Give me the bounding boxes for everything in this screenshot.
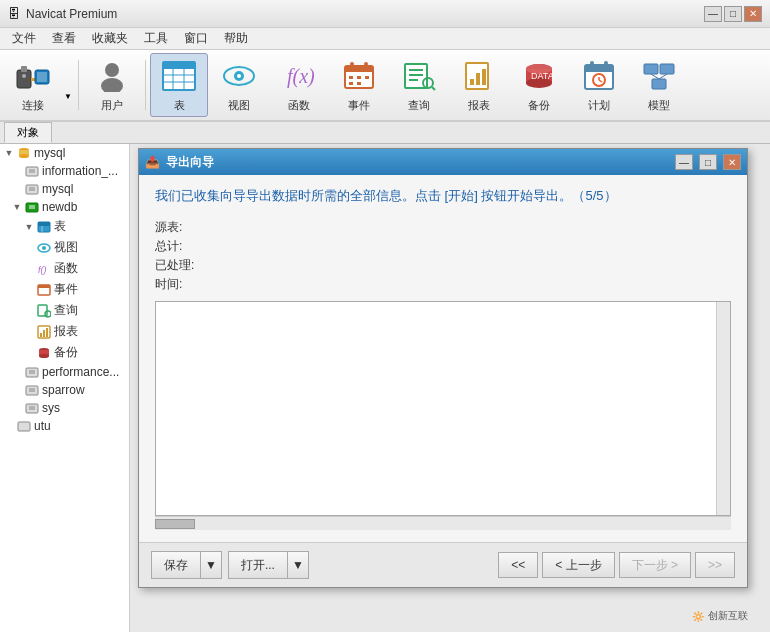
svg-rect-79 (46, 328, 48, 337)
app-close-btn[interactable]: ✕ (744, 6, 762, 22)
brand-text: 创新互联 (708, 609, 748, 623)
menu-file[interactable]: 文件 (4, 28, 44, 49)
newdb-label: newdb (42, 200, 77, 214)
svg-line-32 (432, 87, 435, 90)
horizontal-scrollbar[interactable] (155, 516, 731, 530)
backup-group-icon (37, 346, 51, 360)
title-bar: 🗄 Navicat Premium — □ ✕ (0, 0, 770, 28)
toolbar-connect-btn[interactable]: 连接 (4, 53, 62, 117)
menu-window[interactable]: 窗口 (176, 28, 216, 49)
app-maximize-btn[interactable]: □ (724, 6, 742, 22)
open-dropdown-btn[interactable]: ▼ (288, 552, 308, 578)
svg-point-56 (19, 154, 29, 158)
svg-rect-77 (40, 333, 42, 337)
time-label: 时间: (155, 276, 205, 293)
brand-icon: 🔆 (692, 611, 704, 622)
toolbar-schedule-btn[interactable]: 计划 (570, 53, 628, 117)
sidebar-item-newdb-view[interactable]: 视图 (0, 237, 129, 258)
sidebar-item-newdb[interactable]: ▼ newdb (0, 198, 129, 216)
toolbar-model-btn[interactable]: 模型 (630, 53, 688, 117)
sidebar-item-newdb-table[interactable]: ▼ 表 (0, 216, 129, 237)
model-label: 模型 (648, 98, 670, 113)
mysql-arrow: ▼ (4, 148, 14, 158)
menu-favorites[interactable]: 收藏夹 (84, 28, 136, 49)
svg-rect-0 (17, 70, 31, 88)
svg-text:f(): f() (38, 265, 47, 275)
svg-point-70 (42, 246, 46, 250)
svg-text:DATA: DATA (531, 71, 554, 81)
open-btn[interactable]: 打开... (229, 552, 287, 578)
schedule-label: 计划 (588, 98, 610, 113)
newtable-arrow: ▼ (24, 222, 34, 232)
total-label: 总计: (155, 238, 205, 255)
sidebar-item-sparrow[interactable]: sparrow (0, 381, 129, 399)
svg-rect-22 (349, 76, 353, 79)
user-icon (94, 58, 130, 94)
menu-view[interactable]: 查看 (44, 28, 84, 49)
vertical-scrollbar[interactable] (716, 302, 730, 515)
toolbar-user-btn[interactable]: 用户 (83, 53, 141, 117)
dialog-overlay: 📤 导出向导 — □ ✕ 我们已收集向导导出数据时所需的全部信息。点击 [开始]… (130, 144, 770, 632)
svg-rect-78 (43, 330, 45, 337)
sidebar-item-newdb-backup[interactable]: 备份 (0, 342, 129, 363)
newdb-event-label: 事件 (54, 281, 78, 298)
view-icon (221, 58, 257, 94)
dialog-minimize-btn[interactable]: — (675, 154, 693, 170)
toolbar-table-btn[interactable]: 表 (150, 53, 208, 117)
svg-rect-50 (660, 64, 674, 74)
query-icon (401, 58, 437, 94)
svg-line-53 (659, 74, 667, 79)
svg-point-6 (105, 63, 119, 77)
sidebar-item-utu[interactable]: utu (0, 417, 129, 435)
svg-point-20 (350, 62, 354, 66)
dialog-maximize-btn[interactable]: □ (699, 154, 717, 170)
svg-rect-19 (345, 66, 373, 72)
svg-text:f(x): f(x) (287, 65, 315, 88)
save-dropdown-btn[interactable]: ▼ (201, 552, 221, 578)
log-area[interactable] (155, 301, 731, 516)
sidebar-item-newdb-report[interactable]: 报表 (0, 321, 129, 342)
connect-icon (15, 58, 51, 94)
sidebar-item-newdb-event[interactable]: 事件 (0, 279, 129, 300)
content-area: 📤 导出向导 — □ ✕ 我们已收集向导导出数据时所需的全部信息。点击 [开始]… (130, 144, 770, 632)
toolbar-backup-btn[interactable]: DATA 备份 (510, 53, 568, 117)
dialog-close-btn[interactable]: ✕ (723, 154, 741, 170)
sidebar-item-newdb-query[interactable]: 查询 (0, 300, 129, 321)
connect-dropdown-btn[interactable]: ▼ (62, 53, 74, 117)
toolbar-event-btn[interactable]: 事件 (330, 53, 388, 117)
nav-prev-btn[interactable]: < 上一步 (542, 552, 614, 578)
dialog-footer: 保存 ▼ 打开... ▼ << < 上一步 下一步 > >> (139, 542, 747, 587)
dialog-message: 我们已收集向导导出数据时所需的全部信息。点击 [开始] 按钮开始导出。（5/5） (155, 187, 731, 205)
app-minimize-btn[interactable]: — (704, 6, 722, 22)
backup-label: 备份 (528, 98, 550, 113)
menu-tools[interactable]: 工具 (136, 28, 176, 49)
nav-next-btn[interactable]: 下一步 > (619, 552, 691, 578)
sidebar-item-sys[interactable]: sys (0, 399, 129, 417)
sidebar-item-newdb-func[interactable]: f() 函数 (0, 258, 129, 279)
function-icon: f(x) (281, 58, 317, 94)
tab-objects[interactable]: 对象 (4, 122, 52, 143)
backup-icon: DATA (521, 58, 557, 94)
nav-first-btn[interactable]: << (498, 552, 538, 578)
toolbar-function-btn[interactable]: f(x) 函数 (270, 53, 328, 117)
menu-help[interactable]: 帮助 (216, 28, 256, 49)
nav-last-btn[interactable]: >> (695, 552, 735, 578)
toolbar-report-btn[interactable]: 报表 (450, 53, 508, 117)
dialog-title-bar: 📤 导出向导 — □ ✕ (139, 149, 747, 175)
sidebar-item-information[interactable]: information_... (0, 162, 129, 180)
svg-rect-67 (38, 222, 50, 226)
sidebar-item-mysql-db[interactable]: mysql (0, 180, 129, 198)
toolbar-query-btn[interactable]: 查询 (390, 53, 448, 117)
db-icon (17, 146, 31, 160)
svg-rect-5 (37, 72, 47, 82)
save-btn[interactable]: 保存 (152, 552, 200, 578)
svg-rect-51 (652, 79, 666, 89)
sidebar-item-mysql[interactable]: ▼ mysql (0, 144, 129, 162)
svg-rect-73 (38, 285, 50, 288)
newdb-arrow: ▼ (12, 202, 22, 212)
hscroll-thumb[interactable] (155, 519, 195, 529)
table-group-icon (37, 220, 51, 234)
toolbar-view-btn[interactable]: 视图 (210, 53, 268, 117)
sidebar-item-performance[interactable]: performance... (0, 363, 129, 381)
event-group-icon (37, 283, 51, 297)
